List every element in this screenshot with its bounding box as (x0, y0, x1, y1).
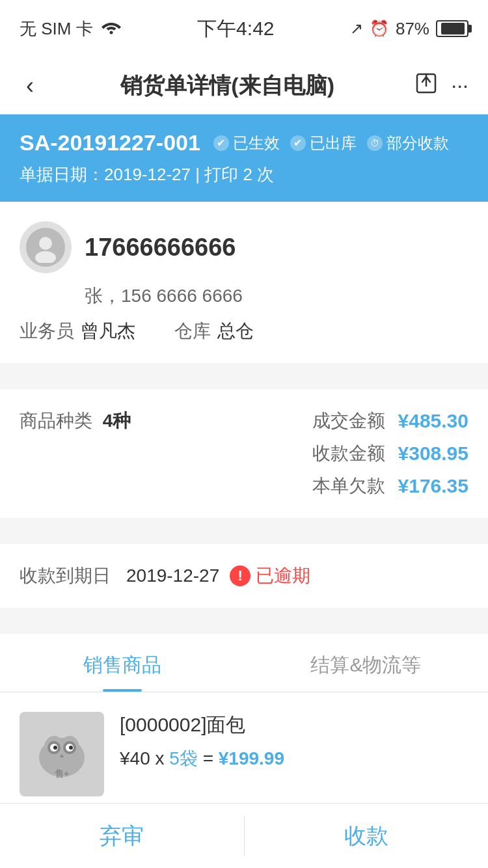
tab-sales-products[interactable]: 销售商品 (0, 634, 244, 692)
share-button[interactable] (414, 72, 438, 100)
clock-icon: ⏱ (367, 135, 383, 151)
product-thumbnail-1: 售+ (20, 712, 104, 796)
category-label: 商品种类 (20, 411, 92, 431)
confirm-button[interactable]: 收款 (245, 808, 489, 864)
product-info-1: [0000002]面包 ¥40 x 5袋 = ¥199.99 (120, 712, 468, 771)
separator-2 (0, 531, 488, 544)
svg-point-3 (35, 251, 56, 263)
customer-section: 17666666666 张，156 6666 6666 业务员 曾凡杰 仓库 总… (0, 202, 488, 363)
overdue-badge: ! 已逾期 (230, 563, 310, 588)
collected-label: 收款金额 (312, 441, 385, 466)
separator-1 (0, 376, 488, 389)
warehouse-value: 总仓 (217, 319, 254, 344)
tab-settlement[interactable]: 结算&物流等 (244, 634, 488, 692)
tabs-row: 销售商品 结算&物流等 (0, 634, 488, 692)
order-header: SA-20191227-001 ✔ 已生效 ✔ 已出库 ⏱ 部分收款 单据日期：… (0, 115, 488, 202)
amount-value: ¥485.30 (398, 410, 468, 432)
more-button[interactable]: ··· (451, 74, 468, 98)
bottom-bar: 弃审 收款 (0, 803, 488, 868)
overdue-text: 已逾期 (256, 563, 310, 588)
back-button[interactable]: ‹ (20, 66, 40, 106)
overdue-icon: ! (230, 565, 251, 586)
customer-info: 业务员 曾凡杰 仓库 总仓 (20, 319, 468, 344)
due-section: 收款到期日 2019-12-27 ! 已逾期 (0, 544, 488, 608)
tabs-section: 销售商品 结算&物流等 (0, 634, 488, 692)
battery-icon (436, 20, 468, 37)
svg-point-0 (109, 31, 113, 34)
product-name-1: [0000002]面包 (120, 712, 468, 739)
order-id: SA-20191227-001 (20, 130, 200, 156)
status-bar: 无 SIM 卡 下午4:42 ↗ ⏰ 87% (0, 0, 488, 57)
carrier-text: 无 SIM 卡 (20, 18, 93, 40)
summary-section: 商品种类 4种 成交金额 ¥485.30 收款金额 ¥308.95 本单欠款 ¥… (0, 389, 488, 518)
badge-shipped: ✔ 已出库 (290, 133, 357, 154)
battery-percent: 87% (396, 19, 429, 39)
collected-value: ¥308.95 (398, 442, 468, 465)
due-date: 2019-12-27 (126, 565, 219, 586)
status-right: ↗ ⏰ 87% (350, 19, 468, 39)
cancel-button[interactable]: 弃审 (0, 808, 244, 864)
status-left: 无 SIM 卡 (20, 18, 122, 40)
customer-name: 张，156 6666 6666 (20, 284, 468, 308)
product-item: 售+ [0000002]面包 ¥40 x 5袋 = ¥199.99 (0, 692, 488, 817)
svg-point-2 (39, 237, 52, 250)
product-price-1: ¥40 x 5袋 = ¥199.99 (120, 746, 468, 771)
order-meta: 单据日期：2019-12-27 | 打印 2 次 (20, 163, 468, 186)
status-time: 下午4:42 (197, 16, 274, 42)
warehouse-label: 仓库 (174, 319, 211, 344)
due-label: 收款到期日 (20, 563, 111, 588)
amount-label: 成交金额 (312, 409, 385, 433)
badge-partial: ⏱ 部分收款 (367, 133, 449, 154)
location-icon: ↗ (350, 20, 363, 38)
check-icon-2: ✔ (290, 135, 306, 151)
wifi-icon (101, 19, 122, 39)
svg-point-12 (69, 746, 73, 750)
page-title: 销货单详情(来自电脑) (120, 71, 334, 101)
salesperson-value: 曾凡杰 (81, 319, 135, 344)
nav-actions: ··· (414, 72, 468, 100)
check-icon: ✔ (213, 135, 229, 151)
svg-text:售+: 售+ (55, 768, 69, 779)
owed-value: ¥176.35 (398, 475, 468, 497)
avatar (20, 221, 72, 273)
customer-phone: 17666666666 (85, 234, 236, 262)
nav-bar: ‹ 销货单详情(来自电脑) ··· (0, 57, 488, 115)
separator-3 (0, 621, 488, 634)
alarm-icon: ⏰ (370, 20, 389, 38)
salesperson-label: 业务员 (20, 319, 74, 344)
badge-effective: ✔ 已生效 (213, 133, 280, 154)
svg-point-11 (53, 746, 57, 750)
category-value: 4种 (103, 411, 131, 431)
order-badges: ✔ 已生效 ✔ 已出库 ⏱ 部分收款 (213, 133, 449, 154)
owed-label: 本单欠款 (312, 474, 385, 498)
